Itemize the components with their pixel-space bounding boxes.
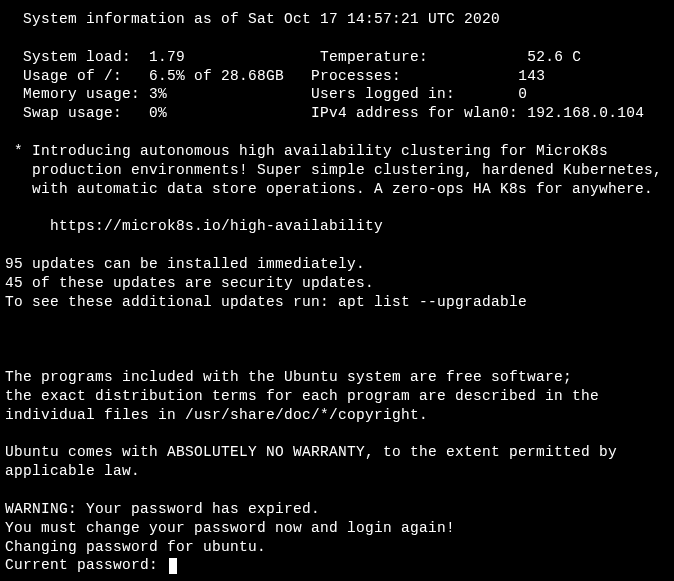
sysinfo-load-row: System load: 1.79 Temperature: 52.6 C: [5, 48, 669, 67]
password-warning: WARNING: Your password has expired.: [5, 500, 669, 519]
memory-label: Memory usage:: [5, 86, 149, 102]
swap-value: 0%: [149, 105, 167, 121]
usage-label: Usage of /:: [5, 68, 149, 84]
load-label: System load:: [5, 49, 149, 65]
news-line-3: with automatic data store operations. A …: [5, 180, 669, 199]
legal-line-1: The programs included with the Ubuntu sy…: [5, 368, 669, 387]
news-url: https://microk8s.io/high-availability: [5, 217, 669, 236]
swap-label: Swap usage:: [5, 105, 149, 121]
blank-line: [5, 425, 669, 444]
temp-value: 52.6 C: [527, 49, 581, 65]
users-label: Users logged in:: [311, 86, 518, 102]
blank-line: [5, 29, 669, 48]
ipv4-label: IPv4 address for wlan0:: [311, 105, 527, 121]
blank-line: [5, 236, 669, 255]
ipv4-value: 192.168.0.104: [527, 105, 644, 121]
users-value: 0: [518, 86, 527, 102]
blank-line: [5, 312, 669, 331]
legal-line-4: Ubuntu comes with ABSOLUTELY NO WARRANTY…: [5, 443, 669, 462]
cursor-icon: [169, 558, 177, 574]
sysinfo-usage-row: Usage of /: 6.5% of 28.68GB Processes: 1…: [5, 67, 669, 86]
news-line-2: production environments! Super simple cl…: [5, 161, 669, 180]
legal-line-3: individual files in /usr/share/doc/*/cop…: [5, 406, 669, 425]
updates-line-3: To see these additional updates run: apt…: [5, 293, 669, 312]
sysinfo-swap-row: Swap usage: 0% IPv4 address for wlan0: 1…: [5, 104, 669, 123]
load-value: 1.79: [149, 49, 185, 65]
password-instruct: You must change your password now and lo…: [5, 519, 669, 538]
updates-line-2: 45 of these updates are security updates…: [5, 274, 669, 293]
memory-value: 3%: [149, 86, 167, 102]
processes-label: Processes:: [311, 68, 518, 84]
legal-line-2: the exact distribution terms for each pr…: [5, 387, 669, 406]
blank-line: [5, 349, 669, 368]
blank-line: [5, 330, 669, 349]
sysinfo-memory-row: Memory usage: 3% Users logged in: 0: [5, 85, 669, 104]
password-changing: Changing password for ubuntu.: [5, 538, 669, 557]
blank-line: [5, 481, 669, 500]
updates-line-1: 95 updates can be installed immediately.: [5, 255, 669, 274]
password-prompt-label: Current password:: [5, 556, 167, 575]
blank-line: [5, 123, 669, 142]
blank-line: [5, 198, 669, 217]
legal-line-5: applicable law.: [5, 462, 669, 481]
news-line-1: * Introducing autonomous high availabili…: [5, 142, 669, 161]
sysinfo-header: System information as of Sat Oct 17 14:5…: [5, 10, 669, 29]
processes-value: 143: [518, 68, 545, 84]
temp-label: Temperature:: [320, 49, 527, 65]
password-prompt-row[interactable]: Current password:: [5, 556, 669, 575]
usage-value: 6.5% of 28.68GB: [149, 68, 284, 84]
